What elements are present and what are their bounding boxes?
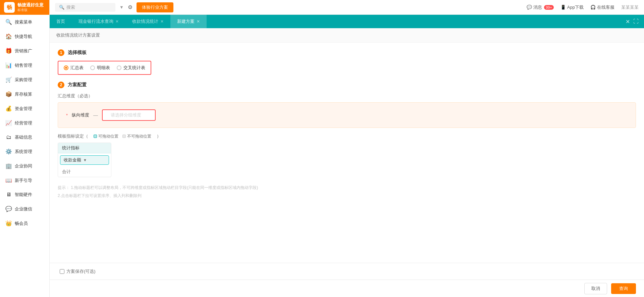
tab-new-plan-label: 新建方案	[177, 18, 195, 24]
download-label: App下载	[567, 4, 584, 10]
topbar: 🔍 搜索 ▼ ⚙ 体验行业方案 💬 消息 99+ 📱 App下载 🎧 在线客服 …	[50, 0, 644, 15]
radio-cross-label: 交叉统计表	[123, 65, 145, 71]
cancel-button[interactable]: 取消	[584, 283, 607, 294]
marketing-icon: 🎁	[5, 48, 12, 54]
query-button[interactable]: 查询	[611, 283, 636, 294]
indicator-table-body: 收款金额 ▼ 合计	[58, 155, 111, 177]
sidebar-item-wechat[interactable]: 💬 企业微信	[0, 202, 49, 216]
sidebar-item-label: 企业协同	[15, 163, 32, 169]
search-box[interactable]: 🔍 搜索	[55, 3, 115, 12]
sidebar-item-basic[interactable]: 🗂 基础信息	[0, 130, 49, 144]
sidebar-item-purchase[interactable]: 🛒 采购管理	[0, 72, 49, 87]
sidebar-item-label: 销售管理	[15, 62, 32, 68]
dimension-placeholder[interactable]: 请选择分组维度	[102, 109, 156, 121]
tab-new-plan[interactable]: 新建方案 ✕	[170, 15, 207, 28]
logo-badge: 标准版	[17, 8, 44, 12]
sales-icon: 📊	[5, 62, 12, 68]
dimension-section-label: 汇总维度（必选）	[58, 93, 636, 99]
system-icon: ⚙️	[5, 148, 12, 155]
sidebar-item-quick-nav[interactable]: 🏠 快捷导航	[0, 29, 49, 44]
legend-nodrag-dot	[122, 135, 126, 138]
sidebar-item-label: 系统管理	[15, 149, 32, 155]
bottom-bar: 取消 查询	[50, 280, 644, 297]
radio-cross-circle	[117, 65, 121, 70]
sidebar-item-enterprise[interactable]: 🏢 企业协同	[0, 159, 49, 173]
sidebar-item-label: 智能硬件	[15, 192, 32, 198]
sidebar-item-label: 库存核算	[15, 91, 32, 97]
sidebar-item-label: 经营管理	[15, 120, 32, 126]
step1-section: 1 选择模板 汇总表 明细表	[58, 49, 636, 75]
logo-icon: 畅	[4, 2, 15, 13]
sidebar-item-finance[interactable]: 💰 资金管理	[0, 101, 49, 116]
tab-home[interactable]: 首页	[50, 15, 72, 28]
service-label: 在线客服	[597, 4, 614, 10]
basic-icon: 🗂	[5, 134, 12, 140]
content-area: 收款情况统计方案设置 1 选择模板 汇总表	[50, 28, 644, 297]
quick-nav-icon: 🏠	[5, 33, 12, 40]
legend-draggable-dot	[94, 135, 97, 138]
sidebar-item-label: 畅会员	[15, 220, 28, 227]
form-area: 1 选择模板 汇总表 明细表	[50, 43, 644, 263]
step2-label: 方案配置	[68, 82, 87, 88]
indicator-table-header: 统计指标	[58, 143, 111, 153]
tab-bank-flow[interactable]: 现金银行流水查询 ✕	[72, 15, 125, 28]
legend-draggable-label: 可拖动位置	[98, 134, 118, 139]
logo-title: 畅捷通好生意	[17, 2, 44, 8]
purchase-icon: 🛒	[5, 77, 12, 83]
sidebar-item-hardware[interactable]: 🖥 智能硬件	[0, 188, 49, 202]
tab-close-all-icon[interactable]: ✕	[626, 18, 630, 25]
inventory-icon: 📦	[5, 91, 12, 97]
settings-icon[interactable]: ⚙	[128, 4, 132, 10]
sidebar-item-sales[interactable]: 📊 销售管理	[0, 58, 49, 72]
topbar-dropdown-icon[interactable]: ▼	[119, 5, 124, 10]
search-placeholder-text: 搜索	[66, 4, 75, 10]
message-btn[interactable]: 💬 消息 99+	[527, 4, 554, 10]
radio-cross[interactable]: 交叉统计表	[117, 65, 145, 71]
user-name[interactable]: 某某某某	[621, 4, 639, 10]
sidebar-item-system[interactable]: ⚙️ 系统管理	[0, 144, 49, 159]
sidebar-item-member[interactable]: 👑 畅会员	[0, 216, 49, 231]
indicator-legend: 可拖动位置 不可拖动位置	[94, 134, 151, 139]
step1-label: 选择模板	[68, 50, 87, 56]
tab-receipt-stat[interactable]: 收款情况统计 ✕	[125, 15, 170, 28]
save-checkbox[interactable]	[60, 269, 64, 274]
sidebar-item-label: 资金管理	[15, 106, 32, 112]
message-label: 消息	[533, 4, 542, 10]
sidebar-item-label: 快捷导航	[15, 34, 32, 40]
sidebar-item-label: 采购管理	[15, 77, 32, 83]
legend-nodrag-label: 不可拖动位置	[127, 134, 151, 139]
guide-icon: 📖	[5, 177, 12, 184]
required-mark: *	[66, 113, 68, 118]
tab-receipt-stat-close-icon[interactable]: ✕	[160, 19, 164, 24]
radio-detail[interactable]: 明细表	[90, 65, 110, 71]
industry-btn[interactable]: 体验行业方案	[137, 2, 173, 12]
legend-nodrag: 不可拖动位置	[122, 134, 151, 139]
sidebar-item-guide[interactable]: 📖 新手引导	[0, 173, 49, 188]
footer-area: 方案保存(可选)	[50, 263, 644, 280]
indicator-section-label-text: 模板指标设定（	[58, 133, 88, 139]
sidebar-item-label: 基础信息	[15, 134, 32, 140]
indicator-header: 模板指标设定（ 可拖动位置 不可拖动位置	[58, 133, 636, 139]
save-checkbox-label[interactable]: 方案保存(可选)	[60, 268, 96, 275]
radio-detail-circle	[90, 65, 95, 70]
sidebar-item-inventory[interactable]: 📦 库存核算	[0, 87, 49, 101]
sidebar-item-marketing[interactable]: 🎁 营销推广	[0, 44, 49, 58]
radio-summary-circle	[64, 65, 68, 70]
service-btn[interactable]: 🎧 在线客服	[590, 4, 614, 10]
logo-text-group: 畅捷通好生意 标准版	[17, 2, 44, 12]
tab-expand-icon[interactable]: ⛶	[633, 18, 639, 24]
download-btn[interactable]: 📱 App下载	[560, 4, 584, 10]
tab-new-plan-close-icon[interactable]: ✕	[197, 19, 200, 24]
sidebar: 畅 畅捷通好生意 标准版 🔍 搜索菜单 🏠 快捷导航 🎁 营销推广 📊 销售管理…	[0, 0, 50, 297]
sidebar-item-operation[interactable]: 📈 经营管理	[0, 116, 49, 130]
hardware-icon: 🖥	[5, 192, 12, 198]
page-title: 收款情况统计方案设置	[56, 33, 100, 38]
step2-section: 2 方案配置 汇总维度（必选） * 纵向维度 — 请选择分组维度	[58, 82, 636, 200]
main-area: 🔍 搜索 ▼ ⚙ 体验行业方案 💬 消息 99+ 📱 App下载 🎧 在线客服 …	[50, 0, 644, 297]
indicator-tag-receipt-amount[interactable]: 收款金额 ▼	[60, 155, 109, 165]
tab-receipt-stat-label: 收款情况统计	[132, 18, 158, 24]
sidebar-item-search-menu[interactable]: 🔍 搜索菜单	[0, 15, 49, 29]
tab-bank-flow-close-icon[interactable]: ✕	[115, 19, 119, 24]
radio-summary[interactable]: 汇总表	[64, 65, 84, 71]
step1-header: 1 选择模板	[58, 49, 636, 56]
